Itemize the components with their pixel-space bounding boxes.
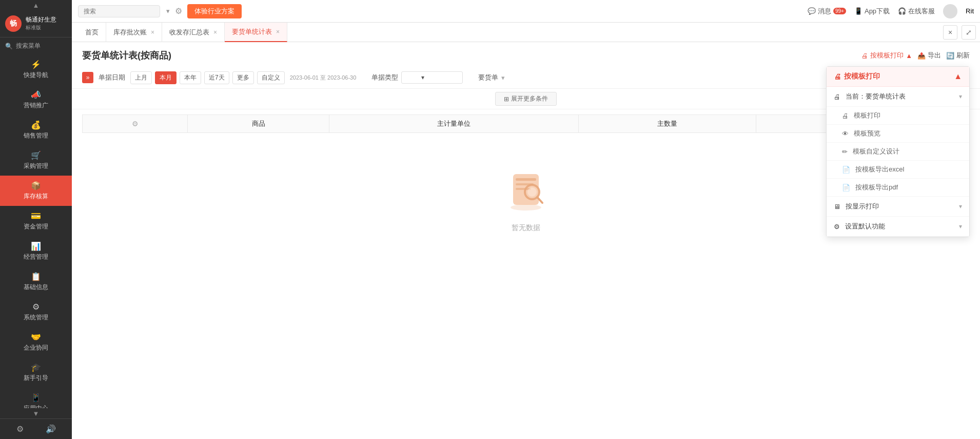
export-icon: 📤 <box>917 52 926 60</box>
sidebar-item-enterprise[interactable]: 🤝 企业协同 <box>0 327 72 357</box>
export-btn[interactable]: 📤 导出 <box>917 51 941 60</box>
dropdown-item-export-pdf[interactable]: 📄 按模板导出pdf <box>827 179 969 197</box>
headset-icon: 🎧 <box>898 7 906 15</box>
sidebar-item-basic-info[interactable]: 📋 基础信息 <box>0 266 72 297</box>
sidebar-item-ops-mgmt[interactable]: 📊 经营管理 <box>0 236 72 266</box>
logo-icon: 畅 <box>5 15 22 32</box>
date-btn-more[interactable]: 更多 <box>232 71 254 84</box>
topbar-gear-icon[interactable]: ⚙ <box>175 6 182 16</box>
dropdown-title: 🖨 按模板打印 <box>834 72 880 81</box>
topbar-chevron-icon[interactable]: ▾ <box>166 7 170 15</box>
sidebar-item-inventory[interactable]: 📦 库存核算 <box>0 176 72 206</box>
message-label: 消息 <box>818 7 831 16</box>
template-print-dropdown: 🖨 按模板打印 ▲ 🖨 当前：要货单统计表 ▾ 🖨 模板打印 <box>826 66 970 237</box>
dropdown-close-btn[interactable]: ▲ <box>954 72 962 81</box>
tabs-close-all-btn[interactable]: × <box>943 25 957 40</box>
doc-type-filter: 单据类型 ▾ <box>371 71 463 84</box>
purchase-icon: 🛒 <box>31 150 41 160</box>
sidebar-item-app-center[interactable]: 📱 应用中心 <box>0 388 72 408</box>
date-filter-label: 单据日期 <box>99 73 125 82</box>
ops-icon: 📊 <box>31 241 41 251</box>
topbar-search-input[interactable] <box>78 5 160 17</box>
dropdown-item-template-custom[interactable]: ✏ 模板自定义设计 <box>827 143 969 161</box>
template-print-label: 按模板打印 <box>870 51 904 60</box>
trial-btn[interactable]: 体验行业方案 <box>187 4 242 18</box>
set-default-label: 设置默认功能 <box>845 222 885 231</box>
template-custom-icon: ✏ <box>842 148 848 156</box>
expand-more-btn[interactable]: ⊞ 展开更多条件 <box>495 92 557 106</box>
template-preview-label: 模板预览 <box>854 129 880 138</box>
sidebar-search[interactable]: 🔍 搜索菜单 <box>0 37 72 54</box>
tab-inventory-batch[interactable]: 库存批次账 × <box>106 23 162 42</box>
avatar[interactable] <box>943 4 957 18</box>
settings-bottom-btn[interactable]: ⚙ <box>16 424 24 434</box>
tab-home-label: 首页 <box>85 28 99 37</box>
sidebar-item-purchase-mgmt[interactable]: 🛒 采购管理 <box>0 145 72 176</box>
app-logo: 畅 畅通好生意 标准版 <box>0 10 72 37</box>
sidebar-nav: ⚡ 快捷导航 📣 营销推广 💰 销售管理 🛒 采购管理 📦 库存核算 💳 资金管… <box>0 54 72 408</box>
sidebar-item-newbie[interactable]: 🎓 新手引导 <box>0 357 72 388</box>
filter-expand-icon[interactable]: » <box>82 72 93 83</box>
dropdown-current-template[interactable]: 🖨 当前：要货单统计表 ▾ <box>827 87 969 107</box>
date-btn-this-month[interactable]: 本月 <box>155 71 177 84</box>
newbie-icon: 🎓 <box>31 362 41 372</box>
col-product: 商品 <box>188 115 329 133</box>
app-download-btn[interactable]: 📱 App下载 <box>854 7 890 16</box>
online-service-label: 在线客服 <box>908 7 935 16</box>
dropdown-item-template-print[interactable]: 🖨 模板打印 <box>827 107 969 125</box>
date-btn-last-month[interactable]: 上月 <box>130 71 152 84</box>
date-btn-this-year[interactable]: 本年 <box>180 71 201 84</box>
app-edition: 标准版 <box>26 24 56 31</box>
sidebar-item-quick-nav[interactable]: ⚡ 快捷导航 <box>0 54 72 85</box>
display-print-icon: 🖥 <box>834 203 840 211</box>
message-btn[interactable]: 💬 消息 99+ <box>808 7 846 16</box>
tab-inventory-batch-close[interactable]: × <box>151 29 154 36</box>
scroll-up-arrow[interactable]: ▲ <box>0 0 72 10</box>
sidebar-item-finance[interactable]: 💳 资金管理 <box>0 206 72 236</box>
username: Rit <box>966 7 974 15</box>
sidebar-item-label: 营销推广 <box>24 101 48 110</box>
scroll-down-arrow[interactable]: ▼ <box>0 408 72 418</box>
sales-icon: 💰 <box>31 120 41 130</box>
online-service-btn[interactable]: 🎧 在线客服 <box>898 7 935 16</box>
sidebar-item-label: 应用中心 <box>24 404 48 408</box>
sidebar-item-label: 企业协同 <box>24 343 48 352</box>
tabs-maximize-btn[interactable]: ⤢ <box>962 25 976 40</box>
svg-point-6 <box>527 187 537 197</box>
sidebar: ▲ 畅 畅通好生意 标准版 🔍 搜索菜单 ⚡ 快捷导航 📣 营销推广 💰 销售管… <box>0 0 72 439</box>
expand-label: 展开更多条件 <box>511 94 548 103</box>
dropdown-item-set-default[interactable]: ⚙ 设置默认功能 ▾ <box>827 217 969 237</box>
sidebar-item-marketing[interactable]: 📣 营销推广 <box>0 85 72 115</box>
table-gear-icon[interactable]: ⚙ <box>132 120 139 128</box>
tab-order-stats-label: 要货单统计表 <box>232 27 272 36</box>
col-settings[interactable]: ⚙ <box>83 115 188 133</box>
page-title: 要货单统计表(按商品) <box>82 49 171 62</box>
doc-type-label: 单据类型 <box>371 73 398 82</box>
sidebar-item-sys-mgmt[interactable]: ⚙ 系统管理 <box>0 297 72 327</box>
tab-receipt-summary-label: 收发存汇总表 <box>169 28 209 37</box>
tab-receipt-summary-close[interactable]: × <box>213 29 217 36</box>
date-group: 上月 本月 本年 近7天 更多 自定义 <box>130 71 285 84</box>
tab-receipt-summary[interactable]: 收发存汇总表 × <box>162 23 225 42</box>
basic-info-icon: 📋 <box>31 272 41 281</box>
speaker-btn[interactable]: 🔊 <box>46 424 56 434</box>
page-header: 要货单统计表(按商品) 🖨 按模板打印 ▲ 📤 导出 🔄 刷新 <box>72 42 980 67</box>
dropdown-item-export-excel[interactable]: 📄 按模板导出excel <box>827 161 969 179</box>
app-download-icon: 📱 <box>854 7 863 15</box>
sidebar-item-sales-mgmt[interactable]: 💰 销售管理 <box>0 115 72 145</box>
template-print-btn[interactable]: 🖨 按模板打印 ▲ <box>861 51 912 60</box>
marketing-icon: 📣 <box>31 90 41 100</box>
dropdown-item-template-preview[interactable]: 👁 模板预览 <box>827 125 969 143</box>
sidebar-item-label: 快捷导航 <box>24 71 48 80</box>
date-btn-7days[interactable]: 近7天 <box>204 71 229 84</box>
date-btn-custom[interactable]: 自定义 <box>257 71 285 84</box>
tab-order-stats-close[interactable]: × <box>276 28 280 35</box>
tab-order-stats[interactable]: 要货单统计表 × <box>225 23 287 42</box>
sidebar-item-label: 销售管理 <box>24 131 48 140</box>
tab-home[interactable]: 首页 <box>78 23 106 42</box>
refresh-btn[interactable]: 🔄 刷新 <box>946 51 970 60</box>
set-default-arrow: ▾ <box>959 223 962 230</box>
dropdown-item-display-print[interactable]: 🖥 按显示打印 ▾ <box>827 197 969 217</box>
doc-type-select[interactable]: ▾ <box>401 71 463 84</box>
dropdown-printer-icon: 🖨 <box>834 72 841 81</box>
